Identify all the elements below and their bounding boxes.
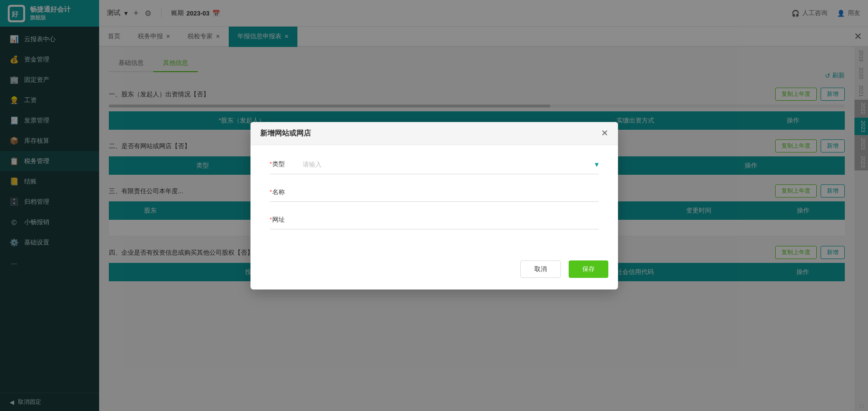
dialog-title: 新增网站或网店 xyxy=(260,129,311,138)
required-star-url: * xyxy=(270,216,272,223)
dialog-footer: 取消 保存 xyxy=(250,253,618,289)
add-website-dialog: 新增网站或网店 ✕ *类型 ▾ *名称 *网址 xyxy=(250,122,618,289)
url-input[interactable] xyxy=(299,216,599,223)
form-field-name: *名称 xyxy=(270,188,599,202)
dialog-body: *类型 ▾ *名称 *网址 xyxy=(250,145,618,253)
dialog-header: 新增网站或网店 ✕ xyxy=(250,122,618,145)
name-input[interactable] xyxy=(299,188,599,196)
save-button[interactable]: 保存 xyxy=(569,260,608,278)
dialog-close-button[interactable]: ✕ xyxy=(601,129,608,137)
form-field-url: *网址 xyxy=(270,215,599,229)
form-label-url: *网址 xyxy=(270,215,299,224)
form-field-type: *类型 ▾ xyxy=(270,160,599,174)
form-label-name: *名称 xyxy=(270,188,299,197)
required-star-name: * xyxy=(270,188,272,196)
cancel-button[interactable]: 取消 xyxy=(520,260,561,278)
type-input[interactable] xyxy=(299,161,595,168)
required-star: * xyxy=(270,160,272,167)
dropdown-icon[interactable]: ▾ xyxy=(595,160,599,169)
modal-overlay[interactable]: 新增网站或网店 ✕ *类型 ▾ *名称 *网址 xyxy=(0,0,868,411)
form-label-type: *类型 xyxy=(270,160,299,168)
